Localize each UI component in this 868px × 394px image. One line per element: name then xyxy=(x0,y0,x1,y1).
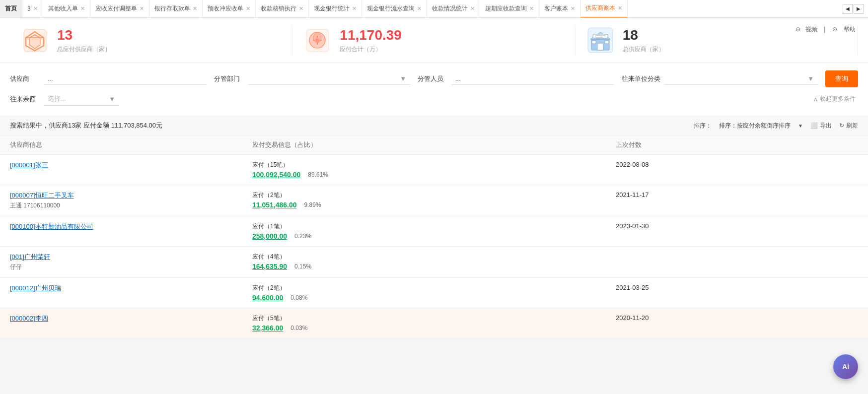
total-suppliers-label: 总供应商（家） xyxy=(623,45,664,54)
filter-supplier: 供应商 xyxy=(10,73,207,85)
nav-tab-cash-bank[interactable]: 现金银行统计 ✕ xyxy=(309,0,362,18)
category-chevron-icon: ▼ xyxy=(807,75,814,82)
stat-payable-suppliers: 13 总应付供应商（家） xyxy=(10,25,292,55)
close-receipt-verify-icon[interactable]: ✕ xyxy=(299,5,303,12)
nav-tab-home[interactable]: 首页 xyxy=(0,0,22,18)
close-cash-bank-icon[interactable]: ✕ xyxy=(352,5,357,12)
nav-tab-receipt-verify[interactable]: 收款核销执行 ✕ xyxy=(256,0,309,18)
last-payment-cell: 2023-01-30 xyxy=(616,222,858,230)
tab-3-label: 3 xyxy=(27,5,31,12)
supplier-link[interactable]: [000007]恒旺二手叉车 xyxy=(10,191,252,200)
nav-tab-other-income[interactable]: 其他收入单 ✕ xyxy=(43,0,90,18)
transaction-amount-link[interactable]: 164,635.90 xyxy=(252,263,287,270)
export-button[interactable]: ⬜ 导出 xyxy=(810,122,832,130)
close-overdue-icon[interactable]: ✕ xyxy=(529,5,534,12)
close-receipt-stat-icon[interactable]: ✕ xyxy=(470,5,475,12)
table-row: [000012]广州贝瑞 应付（2笔） 94,600.00 0.08% 2021… xyxy=(0,278,868,308)
category-filter-select[interactable]: ▼ xyxy=(664,73,818,85)
close-bank-icon[interactable]: ✕ xyxy=(193,5,197,12)
payable-suppliers-label: 总应付供应商（家） xyxy=(57,45,111,54)
cash-bank-label: 现金银行统计 xyxy=(314,4,350,13)
filter-row-2: 往来余额 选择... ▼ ∧ 收起更多条件 xyxy=(10,92,858,106)
sort-down-icon: ▼ xyxy=(798,123,803,129)
close-tab-3-icon[interactable]: ✕ xyxy=(33,5,38,12)
supplier-info-cell: [000001]张三 xyxy=(10,161,252,170)
nav-arrow-left[interactable]: ◀ xyxy=(843,4,853,14)
transaction-label: 应付（15笔） xyxy=(252,161,616,169)
transaction-amount-link[interactable]: 258,000.00 xyxy=(252,232,287,240)
refresh-button[interactable]: ↻ 刷新 xyxy=(839,122,858,130)
filter-bar: 供应商 分管部门 ▼ 分管人员 往来单位分类 ▼ 查询 往来余额 选择 xyxy=(0,63,868,116)
last-payment-cell: 2020-11-20 xyxy=(616,314,858,322)
supplier-filter-label: 供应商 xyxy=(10,74,40,83)
person-filter-input[interactable] xyxy=(451,73,614,85)
table-row: [000007]恒旺二手叉车 王通 17106110000 应付（2笔） 11,… xyxy=(0,185,868,216)
nav-tab-ar-ap-adjust[interactable]: 应收应付调整单 ✕ xyxy=(90,0,149,18)
supplier-info-cell: [000002]李四 xyxy=(10,314,252,323)
supplier-link[interactable]: [000002]李四 xyxy=(10,314,252,323)
payable-amount-number: 11,170.39 xyxy=(340,27,402,44)
supplier-link[interactable]: [000012]广州贝瑞 xyxy=(10,284,252,293)
transaction-amount-link[interactable]: 11,051,486.00 xyxy=(252,201,297,209)
transaction-label: 应付（2笔） xyxy=(252,191,616,199)
close-cash-flow-icon[interactable]: ✕ xyxy=(417,5,422,12)
sort-value[interactable]: 排序：按应付余额倒序排序 xyxy=(719,122,791,130)
nav-tab-receipt-stat[interactable]: 收款情况统计 ✕ xyxy=(427,0,480,18)
close-ar-ap-icon[interactable]: ✕ xyxy=(140,5,144,12)
transaction-percent: 0.23% xyxy=(294,233,311,240)
col-header-last-payment: 上次付数 xyxy=(616,140,858,149)
close-customer-ledger-icon[interactable]: ✕ xyxy=(571,5,575,12)
svg-point-11 xyxy=(315,38,319,42)
nav-tab-overdue[interactable]: 超期应收款查询 ✕ xyxy=(480,0,539,18)
close-other-income-icon[interactable]: ✕ xyxy=(80,5,85,12)
filter-category: 往来单位分类 ▼ xyxy=(622,73,818,85)
transaction-amount-row: 32,366.00 0.03% xyxy=(252,324,616,332)
balance-filter-select[interactable]: 选择... ▼ xyxy=(44,92,119,106)
transaction-label: 应付（5笔） xyxy=(252,314,616,323)
query-button[interactable]: 查询 xyxy=(825,70,858,87)
video-link[interactable]: 视频 xyxy=(805,26,817,33)
grain-icon xyxy=(302,25,332,55)
dept-filter-label: 分管部门 xyxy=(214,74,244,83)
top-right-links: ⊙ 视频 | ⊙ 帮助 xyxy=(793,25,858,34)
nav-tab-supplier-ledger[interactable]: 供应商账本 ✕ xyxy=(580,0,628,18)
nav-tab-customer-ledger[interactable]: 客户账本 ✕ xyxy=(539,0,580,18)
last-payment-cell: 2022-08-08 xyxy=(616,161,858,168)
filter-dept: 分管部门 ▼ xyxy=(214,73,411,85)
nav-tab-prepay[interactable]: 预收冲应收单 ✕ xyxy=(203,0,256,18)
refresh-label: 刷新 xyxy=(846,122,858,130)
nav-arrow-group: ◀ ▶ xyxy=(838,4,868,14)
transaction-percent: 9.89% xyxy=(304,201,321,208)
transaction-percent: 0.15% xyxy=(294,263,311,270)
supplier-filter-input[interactable] xyxy=(44,73,207,85)
nav-tab-3[interactable]: 3 ✕ xyxy=(22,0,43,18)
bank-label: 银行存取款单 xyxy=(154,4,190,13)
supplier-link[interactable]: [000001]张三 xyxy=(10,161,252,170)
last-payment-date: 2021-11-17 xyxy=(616,191,649,198)
help-link[interactable]: 帮助 xyxy=(844,26,856,33)
nav-tab-bank-deposit[interactable]: 银行存取款单 ✕ xyxy=(149,0,203,18)
balance-filter-label: 往来余额 xyxy=(10,95,40,104)
transaction-percent: 0.08% xyxy=(290,294,307,301)
result-bar: 搜索结果中，供应商13家 应付金额 111,703,854.00元 排序： 排序… xyxy=(0,116,868,135)
nav-arrow-right[interactable]: ▶ xyxy=(854,4,864,14)
stat-payable-info: 13 总应付供应商（家） xyxy=(57,27,111,54)
transaction-amount-link[interactable]: 100,092,540.00 xyxy=(252,171,300,179)
dept-filter-select[interactable]: ▼ xyxy=(248,73,411,85)
supplier-link[interactable]: [000100]本特勤油品有限公司 xyxy=(10,222,252,231)
collapse-button[interactable]: ∧ 收起更多条件 xyxy=(811,92,858,106)
supplier-sub-info: 王通 17106110000 xyxy=(10,201,252,210)
col-header-supplier: 供应商信息 xyxy=(10,140,252,149)
close-prepay-icon[interactable]: ✕ xyxy=(246,5,250,12)
transaction-amount-link[interactable]: 32,366.00 xyxy=(252,324,283,332)
close-supplier-ledger-icon[interactable]: ✕ xyxy=(618,5,622,11)
supplier-info-cell: [001]广州荣轩 仔仔 xyxy=(10,253,252,271)
last-payment-cell: 2021-11-17 xyxy=(616,191,858,198)
circle-icon-2: ⊙ xyxy=(832,26,837,33)
table-row: [000002]李四 应付（5笔） 32,366.00 0.03% 2020-1… xyxy=(0,308,868,338)
supplier-info-cell: [000007]恒旺二手叉车 王通 17106110000 xyxy=(10,191,252,210)
cash-flow-label: 现金银行流水查询 xyxy=(367,4,415,13)
transaction-amount-link[interactable]: 94,600.00 xyxy=(252,294,283,302)
nav-tab-cash-flow[interactable]: 现金银行流水查询 ✕ xyxy=(362,0,427,18)
supplier-link[interactable]: [001]广州荣轩 xyxy=(10,253,252,262)
